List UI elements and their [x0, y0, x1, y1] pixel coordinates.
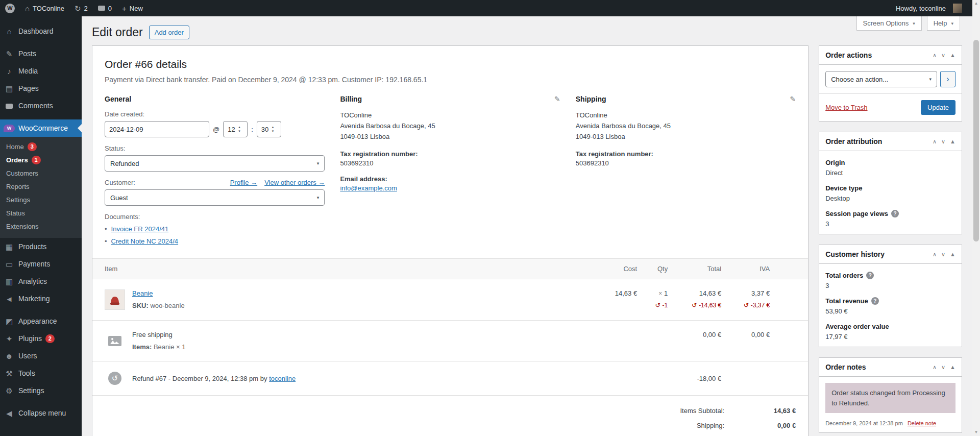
vertical-scrollbar[interactable]: ▲ ▼ [972, 0, 980, 436]
sidebar-item-appearance[interactable]: ◩ Appearance [0, 312, 82, 330]
sidebar-item-analytics[interactable]: ▥ Analytics [0, 273, 82, 290]
minute-stepper[interactable]: ▴▾ [257, 121, 281, 137]
documents-label: Documents: [105, 213, 325, 221]
hour-input[interactable] [224, 126, 237, 133]
edit-billing-pencil-icon[interactable]: ✎ [554, 95, 560, 103]
hour-stepper[interactable]: ▴▾ [223, 121, 248, 137]
wc-submenu-reports[interactable]: Reports [0, 180, 82, 193]
menu-separator [0, 40, 82, 45]
my-account-menu[interactable]: Howdy, toconline [891, 4, 967, 13]
wc-submenu-settings[interactable]: Settings [0, 193, 82, 206]
move-down-icon[interactable]: ∨ [941, 53, 945, 58]
payments-icon: ▭ [0, 260, 18, 268]
move-down-icon[interactable]: ∨ [941, 252, 945, 257]
move-down-icon[interactable]: ∨ [941, 365, 945, 370]
chevron-down-icon: ▾ [913, 21, 915, 26]
move-up-icon[interactable]: ∧ [933, 365, 937, 370]
pages-icon: ▤ [0, 85, 18, 92]
help-tip-icon[interactable]: ? [891, 210, 899, 217]
wc-submenu-extensions[interactable]: Extensions [0, 220, 82, 233]
wc-submenu-home[interactable]: Home 3 [0, 140, 82, 153]
toggle-panel-icon[interactable]: ▲ [950, 365, 955, 370]
total-revenue-value: 53,90 € [825, 307, 955, 315]
scroll-down-icon[interactable]: ▼ [972, 429, 980, 436]
move-down-icon[interactable]: ∨ [941, 139, 945, 144]
sidebar-item-pages[interactable]: ▤ Pages [0, 80, 82, 97]
comments-menu[interactable]: 0 [93, 0, 117, 16]
delete-note-link[interactable]: Delete note [908, 420, 936, 426]
howdy-label: Howdy, toconline [896, 5, 946, 12]
product-link[interactable]: Beanie [132, 289, 153, 297]
credit-note-link[interactable]: Credit Note NC 2024/4 [111, 237, 179, 245]
wp-logo-menu[interactable]: W [0, 0, 20, 16]
sidebar-item-dashboard[interactable]: ⌂ Dashboard [0, 22, 82, 40]
admin-bar-right: Howdy, toconline [891, 4, 972, 13]
sidebar-item-tools[interactable]: ⚒ Tools [0, 365, 82, 382]
site-name-menu[interactable]: ⌂ TOConline [20, 0, 69, 16]
chevron-down-icon: ▾ [929, 77, 932, 82]
refund-author-link[interactable]: toconline [269, 375, 296, 382]
profile-link[interactable]: Profile → [230, 179, 257, 186]
sidebar-item-comments[interactable]: Comments [0, 97, 82, 114]
scrollbar-thumb[interactable] [973, 40, 979, 241]
refund-arrow-icon: ↺ [655, 302, 660, 309]
sidebar-item-media[interactable]: ♪ Media [0, 62, 82, 80]
wc-submenu-status[interactable]: Status [0, 206, 82, 220]
date-created-input[interactable] [105, 121, 209, 137]
sidebar-item-woocommerce[interactable]: W WooCommerce [0, 119, 82, 137]
move-up-icon[interactable]: ∧ [933, 139, 937, 144]
toggle-panel-icon[interactable]: ▲ [950, 53, 955, 58]
edit-shipping-pencil-icon[interactable]: ✎ [790, 95, 796, 103]
refund-circle-icon: ↺ [105, 372, 125, 385]
new-content-menu[interactable]: + New [117, 0, 148, 16]
toggle-panel-icon[interactable]: ▲ [950, 139, 955, 144]
product-thumbnail[interactable] [105, 289, 125, 310]
help-tip-icon[interactable]: ? [871, 297, 879, 305]
billing-address-line2: 1049-013 Lisboa [340, 132, 560, 142]
collapse-menu-button[interactable]: ◀ Collapse menu [0, 404, 82, 422]
order-actions-panel: Order actions ∧ ∨ ▲ Choose an action... … [819, 45, 962, 122]
sidebar-item-settings[interactable]: ⚙ Settings [0, 382, 82, 399]
sidebar-item-payments[interactable]: ▭ Payments [0, 255, 82, 273]
comments-count: 0 [108, 5, 112, 12]
time-colon-separator: : [251, 126, 253, 133]
panel-handles: ∧ ∨ ▲ [933, 365, 955, 370]
help-tip-icon[interactable]: ? [866, 272, 874, 279]
home-badge: 3 [28, 142, 37, 151]
update-button[interactable]: Update [921, 100, 955, 115]
minute-input[interactable] [257, 126, 271, 133]
order-attribution-body: Origin Direct Device type Desktop Sessio… [819, 151, 962, 234]
collapse-icon: ◀ [0, 409, 18, 417]
move-to-trash-link[interactable]: Move to Trash [825, 104, 867, 111]
apply-action-button[interactable]: › [940, 71, 955, 87]
view-other-orders-link[interactable]: View other orders → [264, 179, 325, 186]
sidebar-item-users[interactable]: ☻ Users [0, 347, 82, 365]
wc-submenu-orders[interactable]: Orders 1 [0, 153, 82, 166]
move-up-icon[interactable]: ∧ [933, 252, 937, 257]
panel-title: Order notes [825, 363, 933, 371]
updates-menu[interactable]: ↻ 2 [69, 0, 93, 16]
status-select[interactable]: Refunded ▾ [105, 155, 325, 172]
billing-email-link[interactable]: info@example.com [340, 184, 397, 192]
order-action-select[interactable]: Choose an action... ▾ [825, 71, 937, 87]
sidebar-item-marketing[interactable]: ◄ Marketing [0, 290, 82, 307]
wc-submenu-customers[interactable]: Customers [0, 166, 82, 180]
help-button[interactable]: Help ▾ [927, 16, 960, 31]
screen-options-button[interactable]: Screen Options ▾ [856, 16, 922, 31]
invoice-link[interactable]: Invoice FR 2024/41 [111, 225, 169, 233]
spinner-icon[interactable]: ▴▾ [271, 125, 276, 134]
spinner-icon[interactable]: ▴▾ [237, 125, 242, 134]
move-up-icon[interactable]: ∧ [933, 53, 937, 58]
toggle-panel-icon[interactable]: ▲ [950, 252, 955, 257]
sidebar-item-posts[interactable]: ✎ Posts [0, 45, 82, 62]
scroll-up-icon[interactable]: ▲ [972, 0, 980, 7]
sidebar-item-products[interactable]: ▦ Products [0, 238, 82, 255]
customer-select[interactable]: Guest ▾ [105, 189, 325, 206]
panel-header: Order attribution ∧ ∨ ▲ [819, 132, 962, 151]
add-order-button[interactable]: Add order [149, 26, 189, 39]
customer-history-panel: Customer history ∧ ∨ ▲ Total orders ? 3 [819, 245, 962, 347]
sidebar-item-plugins[interactable]: ✦ Plugins 2 [0, 330, 82, 347]
general-title: General [105, 95, 325, 103]
admin-sidebar: ⌂ Dashboard ✎ Posts ♪ Media ▤ Pages Comm… [0, 16, 82, 436]
total-orders-label: Total orders ? [825, 272, 955, 279]
